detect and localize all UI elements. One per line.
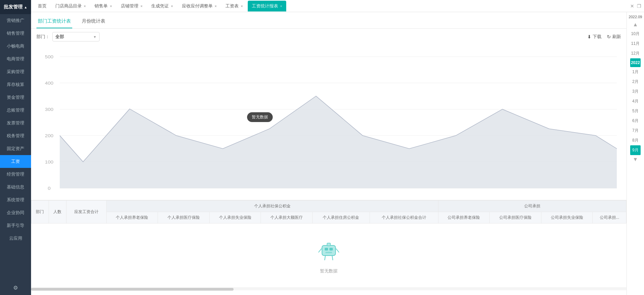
svg-rect-16 (325, 252, 332, 253)
chart-container: 0 100 200 300 400 500 (31, 45, 626, 200)
time-item-4月[interactable]: 4月 (630, 96, 641, 106)
tab-close-icon-3[interactable]: × (140, 4, 142, 8)
empty-text: 暂无数据 (320, 268, 338, 274)
main-area: 首页门店商品目录×销售单×店铺管理×生成凭证×应收应付调整单×工资表×工资统计报… (31, 0, 644, 295)
sidebar-item-库存核算[interactable]: 库存核算 (0, 78, 31, 91)
refresh-button[interactable]: ↻ 刷新 (607, 34, 621, 40)
sidebar-item-电商管理[interactable]: 电商管理 (0, 53, 31, 65)
tab-2[interactable]: 销售单× (90, 1, 116, 11)
sidebar-item-系统管理[interactable]: 系统管理 (0, 194, 31, 206)
tab-3[interactable]: 店铺管理× (117, 1, 146, 11)
col-company-medical: 公司承担医疗保险 (490, 212, 541, 224)
sidebar-header[interactable]: 批发管理 ▲ (0, 0, 31, 14)
svg-text:400: 400 (45, 81, 54, 85)
sidebar-item-资金管理[interactable]: 资金管理 (0, 91, 31, 104)
sub-tab-bar: 部门工资统计表 月份统计表 (31, 12, 626, 29)
svg-rect-14 (325, 248, 328, 250)
sidebar-item-固定资产[interactable]: 固定资产 (0, 142, 31, 155)
tab-close-icon-2[interactable]: × (110, 4, 112, 8)
time-item-3月[interactable]: 3月 (630, 87, 641, 96)
tab-label-6: 工资表 (225, 3, 239, 9)
time-item-1月[interactable]: 1月 (630, 67, 641, 77)
time-item-11月[interactable]: 11月 (630, 39, 641, 49)
svg-line-18 (319, 249, 321, 252)
time-item-12月[interactable]: 12月 (630, 49, 641, 58)
sidebar-item-发票管理[interactable]: 发票管理 (0, 117, 31, 129)
tab-label-3: 店铺管理 (121, 3, 138, 9)
time-item-7月[interactable]: 7月 (630, 126, 641, 136)
time-nav-up[interactable]: ▲ (632, 20, 640, 29)
empty-illustration (315, 237, 342, 264)
sidebar-item-工资[interactable]: 工资 (0, 155, 31, 168)
sidebar-item-小畅电商[interactable]: 小畅电商 (0, 40, 31, 53)
col-personal-unemploy: 个人承担失业保险 (209, 212, 261, 224)
col-group-company: 公司承担 (438, 201, 626, 212)
time-item-10月[interactable]: 10月 (630, 29, 641, 39)
tab-close-icon-6[interactable]: × (241, 4, 243, 8)
sidebar-item-采购管理[interactable]: 采购管理 (0, 65, 31, 78)
tab-close-icon-5[interactable]: × (215, 4, 217, 8)
tab-label-5: 应收应付调整单 (182, 3, 213, 9)
tab-7[interactable]: 工资统计报表× (248, 1, 286, 11)
dept-select[interactable]: 全部 ▼ (52, 32, 100, 41)
tab-0[interactable]: 首页 (34, 1, 51, 11)
page-content: 部门工资统计表 月份统计表 部门： 全部 ▼ ⬇ 下载 (31, 12, 626, 295)
tab-label-1: 门店商品目录 (55, 3, 82, 9)
table-area[interactable]: 部门 人数 应发工资合计 个人承担社保公积金 公司承担 个人承担养老保险 个人承… (31, 200, 626, 295)
sidebar-item-总账管理[interactable]: 总账管理 (0, 104, 31, 117)
sidebar-item-营销推广[interactable]: 营销推广 (0, 14, 31, 27)
col-company-unemploy: 公司承担失业保险 (541, 212, 593, 224)
svg-text:0: 0 (48, 186, 51, 190)
col-personal-pension: 个人承担养老保险 (106, 212, 158, 224)
sidebar-item-云应用[interactable]: 云应用 (0, 232, 31, 245)
svg-text:500: 500 (45, 55, 54, 59)
time-nav-down[interactable]: ▼ (632, 155, 640, 164)
tab-label-0: 首页 (38, 3, 47, 9)
svg-line-20 (325, 256, 325, 260)
window-close-icon[interactable]: ✕ (630, 3, 634, 9)
col-dept: 部门 (31, 201, 49, 224)
settings-icon: ⚙ (13, 285, 18, 291)
svg-line-21 (332, 256, 333, 260)
time-panel: 2022.09 ▲ 10月11月12月20221月2月3月4月5月6月7月8月9… (626, 12, 644, 295)
time-item-6月[interactable]: 6月 (630, 116, 641, 126)
time-item-2022[interactable]: 2022 (630, 58, 641, 67)
time-item-8月[interactable]: 8月 (630, 136, 641, 145)
tab-4[interactable]: 生成凭证× (147, 1, 177, 11)
tab-close-icon-7[interactable]: × (280, 4, 282, 8)
window-restore-icon[interactable]: ❐ (637, 3, 641, 9)
time-item-9月[interactable]: 9月 (630, 145, 641, 155)
tab-close-icon-1[interactable]: × (84, 4, 86, 8)
time-panel-current: 2022.09 (628, 13, 643, 20)
svg-rect-13 (322, 245, 336, 256)
col-personal-housing: 个人承担住房公积金 (313, 212, 370, 224)
col-group-personal: 个人承担社保公积金 (106, 201, 438, 212)
tab-bar: 首页门店商品目录×销售单×店铺管理×生成凭证×应收应付调整单×工资表×工资统计报… (31, 0, 644, 12)
empty-state: 暂无数据 (31, 224, 626, 288)
sidebar-item-税务管理[interactable]: 税务管理 (0, 129, 31, 142)
sidebar-item-新手引导[interactable]: 新手引导 (0, 219, 31, 232)
sidebar-item-经营管理[interactable]: 经营管理 (0, 168, 31, 181)
col-personal-medical: 个人承担医疗保险 (158, 212, 210, 224)
sidebar-item-基础信息[interactable]: 基础信息 (0, 181, 31, 194)
time-item-5月[interactable]: 5月 (630, 106, 641, 116)
time-item-2月[interactable]: 2月 (630, 77, 641, 87)
svg-line-19 (336, 249, 339, 252)
download-button[interactable]: ⬇ 下载 (587, 34, 601, 40)
tab-6[interactable]: 工资表× (221, 1, 247, 11)
col-company-pension: 公司承担养老保险 (438, 212, 490, 224)
sidebar-item-销售管理[interactable]: 销售管理 (0, 27, 31, 40)
svg-rect-17 (327, 243, 330, 246)
toolbar-right: ⬇ 下载 ↻ 刷新 (587, 34, 621, 40)
tab-month-stats[interactable]: 月份统计表 (80, 16, 107, 28)
tab-1[interactable]: 门店商品目录× (51, 1, 90, 11)
dept-label: 部门： (36, 34, 50, 40)
svg-marker-12 (60, 96, 617, 188)
tab-5[interactable]: 应收应付调整单× (178, 1, 221, 11)
sidebar-footer-settings[interactable]: ⚙ (0, 281, 31, 295)
svg-text:200: 200 (45, 134, 54, 138)
tab-close-icon-4[interactable]: × (171, 4, 173, 8)
refresh-icon: ↻ (607, 34, 611, 39)
sidebar-item-企业协同[interactable]: 企业协同 (0, 206, 31, 219)
tab-dept-salary[interactable]: 部门工资统计表 (36, 16, 72, 28)
